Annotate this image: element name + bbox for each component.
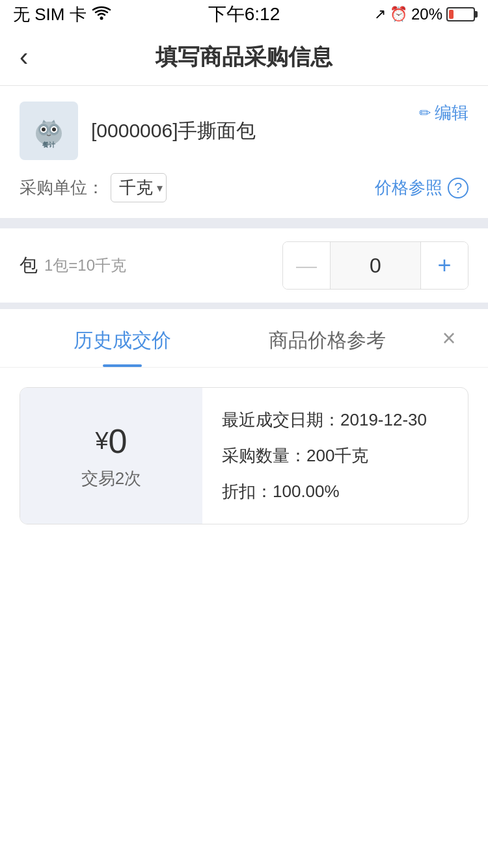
purchase-qty-label: 采购数量： [222, 446, 306, 465]
discount-row: 折扣：100.00% [222, 479, 448, 504]
product-left: 餐计 [0000006]手撕面包 [20, 102, 256, 160]
product-name: [0000006]手撕面包 [91, 118, 256, 144]
svg-point-6 [42, 128, 46, 131]
tabs-close-button[interactable]: × [429, 319, 468, 358]
trade-count: 交易2次 [81, 467, 141, 490]
status-time: 下午6:12 [208, 2, 280, 27]
transaction-right: 最近成交日期：2019-12-30 采购数量：200千克 折扣：100.00% [202, 388, 468, 524]
quantity-decrease-button[interactable]: — [283, 242, 330, 289]
transaction-left: ¥0 交易2次 [20, 388, 202, 524]
product-image: 餐计 [20, 102, 78, 160]
price-ref-label: 价格参照 [375, 176, 442, 199]
svg-text:餐计: 餐计 [42, 141, 56, 148]
recent-date-label: 最近成交日期： [222, 410, 340, 429]
alarm-icon: ⏰ [390, 6, 407, 23]
status-left: 无 SIM 卡 [13, 3, 111, 26]
transaction-card: ¥0 交易2次 最近成交日期：2019-12-30 采购数量：200千克 折扣：… [20, 387, 468, 524]
unit-select-wrap[interactable]: 千克 [111, 173, 167, 202]
price-symbol: ¥ [96, 427, 109, 454]
back-button[interactable]: ‹ [20, 42, 59, 72]
svg-point-7 [52, 128, 56, 131]
edit-label: 编辑 [435, 102, 468, 124]
wifi-icon [92, 5, 111, 25]
blank-area [0, 544, 488, 868]
unit-conversion: 1包=10千克 [44, 255, 126, 276]
quantity-label: 包 1包=10千克 [20, 253, 126, 278]
edit-icon: ✏ [419, 105, 431, 122]
price-display: ¥0 [96, 422, 128, 461]
recent-date-value: 2019-12-30 [340, 410, 427, 429]
unit-select[interactable]: 千克 [111, 173, 167, 202]
price-ref-button[interactable]: 价格参照 ? [375, 176, 468, 199]
quantity-input[interactable] [330, 242, 421, 289]
bag-label: 包 [20, 253, 38, 278]
product-footer: 采购单位： 千克 价格参照 ? [20, 173, 468, 202]
tabs-section: 历史成交价 商品价格参考 × ¥0 交易2次 最近成交日期：2019-12-30… [0, 309, 488, 868]
section-divider [0, 218, 488, 228]
discount-value: 100.00% [273, 481, 340, 501]
product-header: 餐计 [0000006]手撕面包 ✏ 编辑 [20, 102, 468, 160]
edit-button[interactable]: ✏ 编辑 [419, 102, 468, 124]
gps-icon: ↗ [374, 6, 386, 23]
tabs-header: 历史成交价 商品价格参考 × [0, 309, 488, 368]
discount-label: 折扣： [222, 481, 273, 501]
price-amount: 0 [109, 422, 128, 460]
battery-percent: 20% [411, 5, 442, 23]
tab-price-ref[interactable]: 商品价格参考 [224, 309, 429, 367]
quantity-increase-button[interactable]: + [421, 242, 468, 289]
svg-point-0 [100, 16, 103, 20]
quantity-row: 包 1包=10千克 — + [0, 228, 488, 303]
transaction-area: ¥0 交易2次 最近成交日期：2019-12-30 采购数量：200千克 折扣：… [0, 368, 488, 544]
help-icon: ? [448, 178, 468, 198]
status-bar: 无 SIM 卡 下午6:12 ↗ ⏰ 20% [0, 0, 488, 29]
quantity-control: — + [282, 241, 468, 290]
nav-bar: ‹ 填写商品采购信息 [0, 29, 488, 86]
recent-date-row: 最近成交日期：2019-12-30 [222, 407, 448, 433]
tabs-divider [0, 303, 488, 309]
tab-history-price[interactable]: 历史成交价 [20, 309, 224, 367]
carrier-text: 无 SIM 卡 [13, 3, 87, 26]
purchase-unit-label: 采购单位： [20, 176, 104, 199]
page-title: 填写商品采购信息 [156, 42, 332, 72]
battery-icon [446, 7, 475, 21]
product-card: 餐计 [0000006]手撕面包 ✏ 编辑 采购单位： 千克 价格参照 ? [0, 86, 488, 218]
purchase-qty-row: 采购数量：200千克 [222, 443, 448, 468]
purchase-unit: 采购单位： 千克 [20, 173, 167, 202]
purchase-qty-value: 200千克 [306, 446, 368, 465]
status-right: ↗ ⏰ 20% [374, 5, 475, 23]
